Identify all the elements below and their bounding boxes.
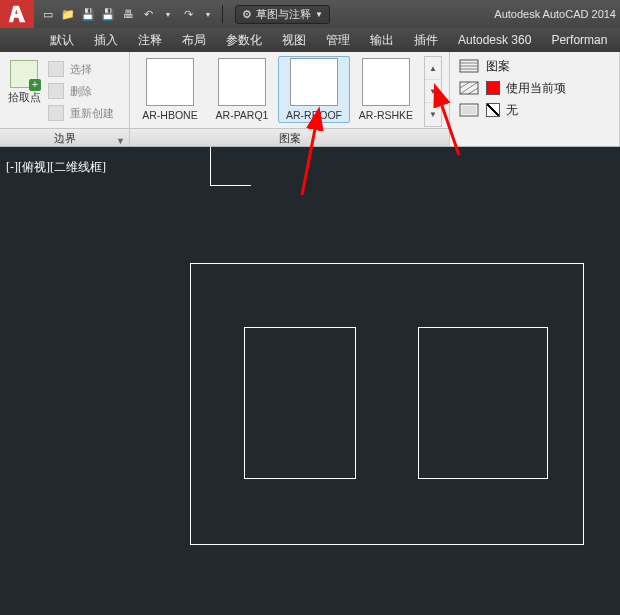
pattern-ar-rshke[interactable]: AR-RSHKE xyxy=(350,56,422,123)
prop-color-label: 使用当前项 xyxy=(506,81,566,96)
workspace-switcher[interactable]: ⚙ 草图与注释 ▼ xyxy=(235,5,330,24)
pattern-label: AR-PARQ1 xyxy=(216,109,269,121)
color-red-chip xyxy=(486,81,500,95)
select-icon xyxy=(48,61,64,77)
pattern-preview xyxy=(362,58,410,106)
ribbon: + 拾取点 选择 删除 重新创建 边界 ▼ xyxy=(0,52,620,147)
quick-access-toolbar: ▭ 📁 💾 💾 🖶 ↶ ▼ ↷ ▼ xyxy=(34,5,231,23)
svg-rect-3 xyxy=(462,106,476,114)
panel-boundary-title[interactable]: 边界 ▼ xyxy=(0,128,129,146)
rect-inner-right[interactable] xyxy=(418,327,548,479)
pattern-ar-hbone[interactable]: AR-HBONE xyxy=(134,56,206,123)
app-logo[interactable] xyxy=(0,0,34,28)
panel-patterns-title-text: 图案 xyxy=(279,132,301,144)
pattern-label: AR-RROOF xyxy=(286,109,342,121)
separator xyxy=(222,5,223,23)
pattern-preview xyxy=(218,58,266,106)
prop-pattern-label: 图案 xyxy=(486,59,510,74)
prop-pattern-type[interactable]: 图案 xyxy=(454,56,615,76)
tab-output[interactable]: 输出 xyxy=(360,29,404,52)
delete-icon xyxy=(48,83,64,99)
print-icon[interactable]: 🖶 xyxy=(120,6,136,22)
redo-icon[interactable]: ↷ xyxy=(180,6,196,22)
redo-dropdown-icon[interactable]: ▼ xyxy=(200,6,216,22)
pattern-label: AR-HBONE xyxy=(142,109,197,121)
select-button[interactable]: 选择 xyxy=(44,58,125,80)
pick-points-label: 拾取点 xyxy=(8,90,41,105)
workspace-label: 草图与注释 xyxy=(256,7,311,22)
undo-dropdown-icon[interactable]: ▼ xyxy=(160,6,176,22)
pattern-ar-parq1[interactable]: AR-PARQ1 xyxy=(206,56,278,123)
scroll-down-button[interactable]: ▼ xyxy=(425,80,441,103)
drawing-area[interactable]: [-][俯视][二维线框] xyxy=(0,147,620,615)
panel-patterns-title: 图案 xyxy=(130,128,449,146)
tab-parametric[interactable]: 参数化 xyxy=(216,29,272,52)
panel-boundary: + 拾取点 选择 删除 重新创建 边界 ▼ xyxy=(0,52,130,146)
prop-hatch-color[interactable]: 使用当前项 xyxy=(454,78,615,98)
viewport-label[interactable]: [-][俯视][二维线框] xyxy=(6,159,106,176)
panel-boundary-title-text: 边界 xyxy=(54,132,76,144)
saveas-icon[interactable]: 💾 xyxy=(100,6,116,22)
pattern-preview xyxy=(146,58,194,106)
prop-bg-label: 无 xyxy=(506,103,518,118)
open-icon[interactable]: 📁 xyxy=(60,6,76,22)
recreate-button[interactable]: 重新创建 xyxy=(44,102,125,124)
delete-label: 删除 xyxy=(70,84,92,99)
hatch-pattern-icon xyxy=(458,58,480,74)
tab-performance[interactable]: Performan xyxy=(541,30,617,50)
chevron-down-icon: ▼ xyxy=(315,10,323,19)
panel-patterns: AR-HBONE AR-PARQ1 AR-RROOF AR-RSHKE ▲ ▼ xyxy=(130,52,450,146)
app-title: Autodesk AutoCAD 2014 xyxy=(494,8,620,20)
panel-properties: 图案 使用当前项 无 xyxy=(450,52,620,146)
tab-plugins[interactable]: 插件 xyxy=(404,29,448,52)
tab-view[interactable]: 视图 xyxy=(272,29,316,52)
title-bar: ▭ 📁 💾 💾 🖶 ↶ ▼ ↷ ▼ ⚙ 草图与注释 ▼ Autodesk Aut… xyxy=(0,0,620,28)
select-label: 选择 xyxy=(70,62,92,77)
pattern-label: AR-RSHKE xyxy=(359,109,413,121)
gallery-scroll: ▲ ▼ ▼ xyxy=(424,56,442,127)
panel-properties-title xyxy=(450,128,619,146)
pattern-ar-rroof[interactable]: AR-RROOF xyxy=(278,56,350,123)
delete-button[interactable]: 删除 xyxy=(44,80,125,102)
undo-icon[interactable]: ↶ xyxy=(140,6,156,22)
gallery-expand-button[interactable]: ▼ xyxy=(425,103,441,126)
color-none-chip xyxy=(486,103,500,117)
tab-manage[interactable]: 管理 xyxy=(316,29,360,52)
prop-background-color[interactable]: 无 xyxy=(454,100,615,120)
hatch-color-icon xyxy=(458,80,480,96)
tab-layout[interactable]: 布局 xyxy=(172,29,216,52)
new-icon[interactable]: ▭ xyxy=(40,6,56,22)
pick-points-button[interactable]: + 拾取点 xyxy=(4,56,44,128)
pattern-preview xyxy=(290,58,338,106)
recreate-label: 重新创建 xyxy=(70,106,114,121)
scroll-up-button[interactable]: ▲ xyxy=(425,57,441,80)
tab-annotate[interactable]: 注释 xyxy=(128,29,172,52)
tab-default[interactable]: 默认 xyxy=(40,29,84,52)
rect-inner-left[interactable] xyxy=(244,327,356,479)
pattern-gallery: AR-HBONE AR-PARQ1 AR-RROOF AR-RSHKE ▲ ▼ xyxy=(134,56,442,128)
tab-insert[interactable]: 插入 xyxy=(84,29,128,52)
ribbon-tabs: 默认 插入 注释 布局 参数化 视图 管理 输出 插件 Autodesk 360… xyxy=(0,28,620,52)
recreate-icon xyxy=(48,105,64,121)
pick-points-icon: + xyxy=(10,60,38,88)
save-icon[interactable]: 💾 xyxy=(80,6,96,22)
gear-icon: ⚙ xyxy=(242,8,252,21)
tab-autodesk360[interactable]: Autodesk 360 xyxy=(448,30,541,50)
background-color-icon xyxy=(458,102,480,118)
